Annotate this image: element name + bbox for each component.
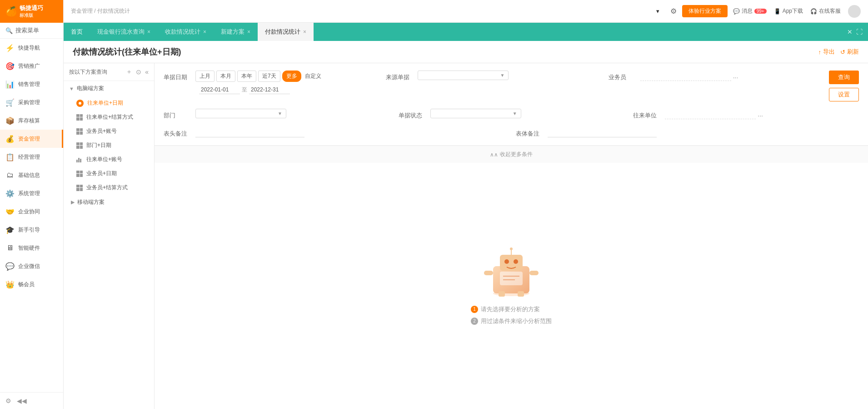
filter-row-3: 表头备注 表体备注 [164, 127, 859, 138]
staff-control: ... [640, 71, 822, 81]
collapse-scheme-icon[interactable]: « [145, 68, 149, 76]
dept-arrow: ▼ [278, 111, 282, 116]
sales-icon: 📊 [5, 80, 15, 89]
table-header-note-control [195, 127, 507, 137]
tab-receipts-stats-close[interactable]: × [203, 29, 206, 35]
empty-illustration [479, 243, 543, 298]
sidebar-item-hardware[interactable]: 🖥 智能硬件 [0, 239, 63, 257]
sidebar-item-operations[interactable]: 📋 经营管理 [0, 148, 63, 166]
enterprise-label: 企业协同 [18, 208, 40, 216]
sidebar-item-basic-info[interactable]: 🗂 基础信息 [0, 166, 63, 184]
close-window-btn[interactable]: ✕ [847, 28, 853, 35]
date-btn-last-month[interactable]: 上月 [195, 71, 215, 82]
date-end-input[interactable] [249, 86, 290, 94]
doc-status-dropdown[interactable]: ▼ [430, 109, 521, 118]
date-btn-last-7[interactable]: 近7天 [258, 71, 280, 82]
marketing-icon: 🎯 [5, 61, 15, 71]
tab-home[interactable]: 首页 [64, 23, 90, 41]
staff-input[interactable] [640, 71, 731, 81]
sidebar-item-enterprise[interactable]: 🤝 企业协同 [0, 202, 63, 221]
tab-payment-stats-label: 付款情况统计 [265, 28, 300, 36]
sidebar-search-label: 搜索菜单 [15, 26, 39, 35]
sidebar-item-member[interactable]: 👑 畅会员 [0, 275, 63, 293]
table-body-note-input[interactable] [548, 127, 657, 137]
tab-receipts-stats[interactable]: 收款情况统计 × [158, 23, 214, 41]
search-icon: 🔍 [5, 27, 13, 34]
sidebar-item-inventory[interactable]: 📦 库存核算 [0, 111, 63, 130]
empty-state: 请先选择要分析的方案 用过滤条件来缩小分析范围 [155, 163, 868, 409]
collapse-btn[interactable]: ∧∧ 收起更多条件 [490, 151, 533, 158]
settings-button[interactable]: 设置 [829, 88, 859, 101]
scheme-item-partner-settlement[interactable]: 往来单位+结算方式 [64, 110, 154, 124]
refresh-btn[interactable]: ↺ 刷新 [840, 48, 859, 56]
scheme-panel-icons: ＋ ⊙ « [126, 68, 149, 76]
sidebar-item-guide[interactable]: 🎓 新手引导 [0, 221, 63, 239]
tab-new-scheme[interactable]: 新建方案 × [214, 23, 258, 41]
scheme-item-staff-date[interactable]: 业务员+日期 [64, 167, 154, 181]
sidebar-item-system[interactable]: ⚙️ 系统管理 [0, 184, 63, 202]
topbar-dropdown[interactable]: ▾ [656, 8, 659, 15]
scheme-group-desktop-header[interactable]: ▼ 电脑端方案 [64, 81, 154, 96]
scheme-item-dept-date[interactable]: 部门+日期 [64, 138, 154, 152]
tab-bank-flow[interactable]: 现金银行流水查询 × [90, 23, 158, 41]
online-service-btn[interactable]: 🎧 在线客服 [810, 7, 841, 15]
date-start-input[interactable] [199, 86, 240, 94]
date-btn-this-month[interactable]: 本月 [216, 71, 235, 82]
user-avatar[interactable] [848, 5, 861, 18]
source-doc-dropdown[interactable]: ▼ [418, 71, 509, 80]
breadcrumb-text: 资金管理 / 付款情况统计 [71, 8, 130, 14]
staff-label: 业务员 [609, 71, 640, 81]
tab-payment-stats-close[interactable]: × [303, 29, 306, 35]
messages-btn[interactable]: 💬 消息 99+ [733, 7, 767, 15]
empty-tips: 请先选择要分析的方案 用过滤条件来缩小分析范围 [471, 305, 552, 329]
tab-bank-flow-close[interactable]: × [147, 29, 150, 35]
date-btn-more[interactable]: 更多 [282, 71, 301, 82]
doc-status-label: 单据状态 [399, 109, 430, 120]
sales-label: 销售管理 [18, 81, 40, 88]
staff-dots[interactable]: ... [733, 72, 738, 80]
messages-label: 消息 [742, 7, 753, 15]
sidebar-item-purchase[interactable]: 🛒 采购管理 [0, 93, 63, 111]
date-buttons: 上月 本月 本年 近7天 更多 自定义 [195, 71, 321, 82]
scheme-group-mobile-header[interactable]: ▶ 移动端方案 [64, 195, 154, 210]
dept-dropdown[interactable]: ▼ [195, 109, 286, 118]
date-btn-this-year[interactable]: 本年 [237, 71, 256, 82]
settings-bottom-icon[interactable]: ⚙ [5, 397, 11, 404]
svg-rect-12 [500, 272, 523, 285]
topbar-settings-icon[interactable]: ⚙ [670, 7, 677, 15]
app-download-btn[interactable]: 📱 App下载 [774, 7, 803, 15]
content-body: 按以下方案查询 ＋ ⊙ « ▼ 电脑端方案 [64, 63, 868, 409]
scheme-item-partner-date[interactable]: 往来单位+日期 [64, 96, 154, 110]
add-scheme-icon[interactable]: ＋ [126, 68, 132, 76]
sidebar-search[interactable]: 🔍 搜索菜单 [0, 23, 63, 39]
sidebar-item-marketing[interactable]: 🎯 营销推广 [0, 57, 63, 75]
tab-new-scheme-close[interactable]: × [247, 29, 250, 35]
collapse-sidebar-icon[interactable]: ◀◀ [17, 397, 27, 404]
scheme-item-partner-account[interactable]: 往来单位+账号 [64, 152, 154, 167]
experience-btn[interactable]: 体验行业方案 [682, 5, 728, 17]
svg-rect-11 [518, 291, 524, 297]
member-label: 畅会员 [18, 281, 35, 288]
source-doc-arrow: ▼ [500, 73, 504, 78]
system-icon: ⚙️ [5, 189, 15, 198]
dept-control: ▼ [195, 109, 389, 118]
export-btn[interactable]: ↑ 导出 [818, 48, 835, 56]
partner-input[interactable] [665, 109, 756, 119]
table-header-note-input[interactable] [195, 127, 304, 137]
sidebar-item-wechat[interactable]: 💬 企业微信 [0, 257, 63, 275]
operations-label: 经营管理 [18, 153, 40, 161]
maximize-window-btn[interactable]: ⛶ [856, 28, 863, 35]
scheme-item-staff-account[interactable]: 业务员+账号 [64, 124, 154, 138]
manage-scheme-icon[interactable]: ⊙ [136, 68, 141, 76]
date-control: 上月 本月 本年 近7天 更多 自定义 至 [195, 71, 377, 94]
date-separator: 至 [242, 86, 247, 94]
scheme-item-staff-settlement[interactable]: 业务员+结算方式 [64, 181, 154, 195]
query-button[interactable]: 查询 [829, 71, 859, 84]
sidebar-item-shortcut[interactable]: ⚡ 快捷导航 [0, 39, 63, 57]
sidebar-item-sales[interactable]: 📊 销售管理 [0, 75, 63, 93]
funds-label: 资金管理 [18, 135, 40, 143]
main-area: 资金管理 / 付款情况统计 ▾ ⚙ 体验行业方案 💬 消息 99+ 📱 App下… [64, 0, 868, 409]
partner-dots[interactable]: ... [758, 111, 763, 118]
sidebar-item-funds[interactable]: 💰 资金管理 [0, 130, 63, 148]
tab-payment-stats[interactable]: 付款情况统计 × [258, 23, 314, 41]
